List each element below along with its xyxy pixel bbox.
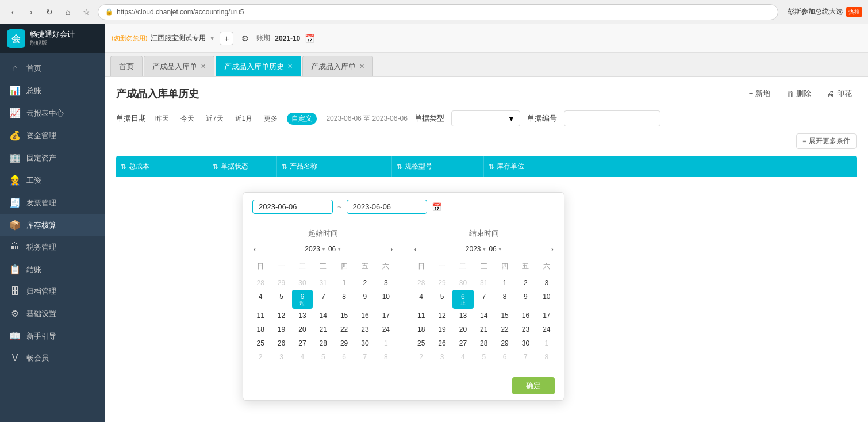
tab-finished-goods-close[interactable]: ✕ <box>201 63 206 70</box>
end-day-16[interactable]: 16 <box>515 309 536 323</box>
end-day-12[interactable]: 12 <box>432 309 452 323</box>
end-day-19[interactable]: 19 <box>432 323 452 336</box>
sidebar-item-payroll[interactable]: 👷 工资 <box>0 169 105 191</box>
end-day-7[interactable]: 7 <box>474 290 494 309</box>
end-day-9[interactable]: 9 <box>515 290 536 309</box>
period-calendar-icon[interactable]: 📅 <box>305 34 314 43</box>
star-button[interactable]: ☆ <box>79 5 93 19</box>
start-day-19[interactable]: 19 <box>271 323 291 336</box>
sidebar-item-reports[interactable]: 📈 云报表中心 <box>0 102 105 124</box>
url-bar[interactable]: 🔒 https://cloud.chanjet.com/accounting/u… <box>98 4 778 20</box>
start-day-23[interactable]: 23 <box>355 323 375 336</box>
start-day-24[interactable]: 24 <box>375 323 396 336</box>
sidebar-item-invoice[interactable]: 🧾 发票管理 <box>0 191 105 214</box>
end-day-6[interactable]: 6止 <box>452 290 473 309</box>
end-cal-next[interactable]: › <box>547 243 557 255</box>
end-day-4[interactable]: 4 <box>411 290 432 309</box>
sidebar-item-home[interactable]: ⌂ 首页 <box>0 57 105 79</box>
start-day-1[interactable]: 1 <box>333 276 354 290</box>
end-day-23[interactable]: 23 <box>515 323 536 336</box>
start-cal-prev[interactable]: ‹ <box>250 243 260 255</box>
end-day-14[interactable]: 14 <box>474 309 494 323</box>
filter-more[interactable]: 更多 <box>262 113 280 125</box>
tab-finished-goods2-close[interactable]: ✕ <box>359 63 364 70</box>
datepicker-calendar-icon[interactable]: 📅 <box>432 202 441 212</box>
end-day-30[interactable]: 30 <box>515 336 536 350</box>
start-day-5[interactable]: 5 <box>271 290 291 309</box>
start-day-21[interactable]: 21 <box>313 323 333 336</box>
sidebar-item-inventory[interactable]: 📦 库存核算 <box>0 214 105 236</box>
filter-1month[interactable]: 近1月 <box>233 113 255 125</box>
end-day-20[interactable]: 20 <box>452 323 473 336</box>
end-day-11[interactable]: 11 <box>411 309 432 323</box>
forward-button[interactable]: › <box>24 5 38 19</box>
sidebar-item-funds[interactable]: 💰 资金管理 <box>0 124 105 147</box>
tab-finished-goods2[interactable]: 产成品入库单 ✕ <box>302 56 373 76</box>
start-day-10[interactable]: 10 <box>375 290 396 309</box>
start-day-14[interactable]: 14 <box>313 309 333 323</box>
start-day-26[interactable]: 26 <box>271 336 291 350</box>
start-day-22[interactable]: 22 <box>333 323 354 336</box>
start-day-2[interactable]: 2 <box>355 276 375 290</box>
end-day-26[interactable]: 26 <box>432 336 452 350</box>
back-button[interactable]: ‹ <box>6 5 20 19</box>
tab-history-close[interactable]: ✕ <box>287 63 293 70</box>
sidebar-item-closing[interactable]: 📋 结账 <box>0 258 105 281</box>
home-button[interactable]: ⌂ <box>61 5 75 19</box>
start-day-28[interactable]: 28 <box>313 336 333 350</box>
sidebar-item-archive[interactable]: 🗄 归档管理 <box>0 281 105 302</box>
end-date-input[interactable] <box>347 200 427 214</box>
start-cal-month[interactable]: 06 ▼ <box>328 245 341 253</box>
company-selector[interactable]: (勿删勿禁用) 江西服宝测试专用 ▼ <box>112 33 215 43</box>
start-cal-next[interactable]: › <box>387 243 397 255</box>
sidebar-item-tax[interactable]: 🏛 税务管理 <box>0 236 105 258</box>
start-day-11[interactable]: 11 <box>250 309 271 323</box>
end-day-2[interactable]: 2 <box>515 276 536 290</box>
end-day-18[interactable]: 18 <box>411 323 432 336</box>
add-button[interactable]: + 新增 <box>744 86 775 101</box>
confirm-button[interactable]: 确定 <box>512 377 555 394</box>
sidebar-item-ledger[interactable]: 📊 总账 <box>0 79 105 102</box>
end-day-5[interactable]: 5 <box>432 290 452 309</box>
sidebar-item-settings[interactable]: ⚙ 基础设置 <box>0 302 105 325</box>
start-day-4[interactable]: 4 <box>250 290 271 309</box>
end-day-13[interactable]: 13 <box>452 309 473 323</box>
start-day-6[interactable]: 6起 <box>292 290 313 309</box>
refresh-button[interactable]: ↻ <box>43 5 56 19</box>
end-day-3[interactable]: 3 <box>536 276 557 290</box>
end-day-8[interactable]: 8 <box>494 290 515 309</box>
start-day-29[interactable]: 29 <box>333 336 354 350</box>
end-day-1[interactable]: 1 <box>494 276 515 290</box>
sidebar-item-vip[interactable]: V 畅会员 <box>0 347 105 369</box>
end-day-17[interactable]: 17 <box>536 309 557 323</box>
end-day-29[interactable]: 29 <box>494 336 515 350</box>
end-day-27[interactable]: 27 <box>452 336 473 350</box>
start-day-13[interactable]: 13 <box>292 309 313 323</box>
tab-home[interactable]: 首页 <box>110 56 143 76</box>
start-date-input[interactable] <box>252 200 333 214</box>
end-cal-month[interactable]: 06 ▼ <box>489 245 502 253</box>
end-day-28[interactable]: 28 <box>474 336 494 350</box>
start-day-20[interactable]: 20 <box>292 323 313 336</box>
start-day-16[interactable]: 16 <box>355 309 375 323</box>
add-tab-button[interactable]: + <box>220 32 233 45</box>
start-day-17[interactable]: 17 <box>375 309 396 323</box>
start-day-18[interactable]: 18 <box>250 323 271 336</box>
start-day-30[interactable]: 30 <box>355 336 375 350</box>
end-day-24[interactable]: 24 <box>536 323 557 336</box>
tab-history[interactable]: 产成品入库单历史 ✕ <box>216 56 301 76</box>
filter-yesterday[interactable]: 昨天 <box>153 113 171 125</box>
start-day-27[interactable]: 27 <box>292 336 313 350</box>
end-cal-prev[interactable]: ‹ <box>411 243 421 255</box>
filter-custom[interactable]: 自定义 <box>287 113 317 125</box>
filter-type-dropdown[interactable]: ▼ <box>451 110 520 126</box>
start-cal-year[interactable]: 2023 ▼ <box>305 245 326 253</box>
filter-7days[interactable]: 近7天 <box>203 113 226 125</box>
end-day-25[interactable]: 25 <box>411 336 432 350</box>
filter-number-input[interactable] <box>564 110 660 126</box>
start-day-12[interactable]: 12 <box>271 309 291 323</box>
start-day-25[interactable]: 25 <box>250 336 271 350</box>
end-day-10[interactable]: 10 <box>536 290 557 309</box>
end-cal-year[interactable]: 2023 ▼ <box>466 245 487 253</box>
filter-today[interactable]: 今天 <box>178 113 197 125</box>
